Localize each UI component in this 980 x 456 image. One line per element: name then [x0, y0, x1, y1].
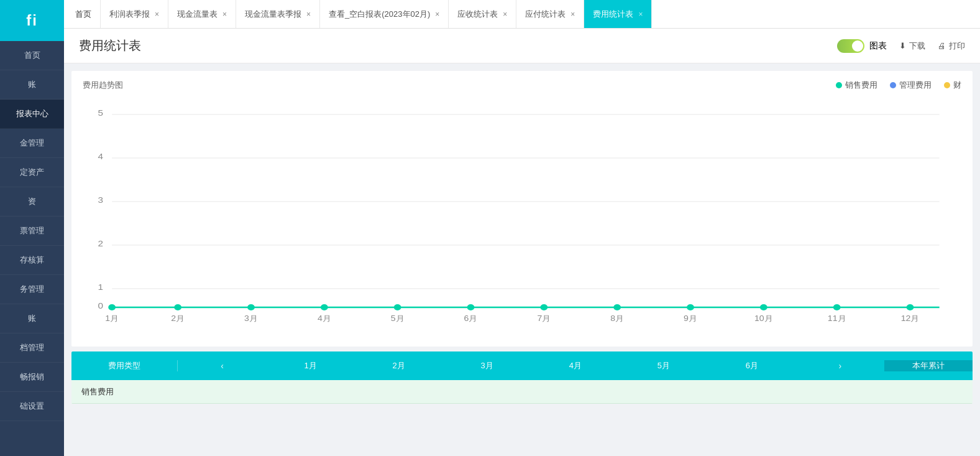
svg-text:2月: 2月: [171, 314, 185, 323]
main-area: 首页 利润表季报 × 现金流量表 × 现金流量表季报 × 查看_空白报表(202…: [64, 0, 980, 456]
sidebar-item-cash[interactable]: 金管理: [0, 129, 64, 158]
legend-dot-admin: [890, 82, 896, 88]
th-label-expense-type: 费用类型: [108, 360, 140, 371]
svg-text:1月: 1月: [105, 314, 119, 323]
sidebar-item-tickets[interactable]: 票管理: [0, 216, 64, 246]
table-section: 费用类型 ‹ 1月 2月 3月 4月 5月: [71, 351, 973, 404]
sidebar-item-home[interactable]: 首页: [0, 41, 64, 70]
th-label-month-6: 6月: [746, 360, 758, 371]
page-actions: 图表 ⬇ 下载 🖨 打印: [837, 39, 965, 53]
tab-close-profit-quarterly[interactable]: ×: [155, 10, 159, 19]
sidebar-item-ledger[interactable]: 账: [0, 304, 64, 333]
svg-text:0: 0: [98, 301, 103, 310]
th-label-month-3: 3月: [481, 360, 493, 371]
th-annual-total: 本年累计: [884, 360, 973, 371]
sidebar-item-settings[interactable]: 础设置: [0, 392, 64, 421]
legend-label-sales: 销售费用: [845, 80, 877, 91]
tab-close-payables[interactable]: ×: [570, 10, 575, 19]
next-month-arrow[interactable]: ›: [839, 361, 842, 371]
download-icon: ⬇: [899, 41, 906, 50]
legend-admin: 管理费用: [890, 80, 932, 91]
svg-point-17: [467, 304, 475, 310]
chart-toggle[interactable]: [837, 39, 864, 53]
legend-dot-finance: [944, 82, 950, 88]
svg-text:3月: 3月: [244, 314, 258, 323]
print-icon: 🖨: [938, 41, 946, 50]
legend-finance: 财: [944, 80, 961, 91]
download-label: 下载: [909, 40, 925, 52]
svg-point-21: [760, 304, 767, 310]
th-label-month-5: 5月: [657, 360, 670, 371]
sidebar-logo: fi: [0, 0, 64, 41]
table-row-sales: 销售费用: [71, 380, 973, 404]
download-button[interactable]: ⬇ 下载: [899, 40, 925, 52]
svg-point-22: [833, 304, 841, 310]
svg-point-20: [687, 304, 694, 310]
tab-close-cashflow-quarterly[interactable]: ×: [306, 10, 311, 19]
svg-text:10月: 10月: [754, 314, 773, 323]
th-next-arrow[interactable]: ›: [796, 361, 884, 371]
prev-month-arrow[interactable]: ‹: [221, 361, 224, 371]
td-sales-m4: [534, 387, 621, 397]
sidebar-item-reports[interactable]: 报表中心: [0, 100, 64, 129]
sidebar-item-expense[interactable]: 畅报销: [0, 363, 64, 392]
svg-text:7月: 7月: [537, 314, 551, 323]
page-title: 费用统计表: [79, 37, 141, 54]
svg-text:1: 1: [98, 282, 103, 292]
svg-text:11月: 11月: [828, 314, 846, 323]
sidebar-item-assets[interactable]: 定资产: [0, 158, 64, 187]
th-month-5: 5月: [620, 360, 708, 371]
th-label-annual-total: 本年累计: [912, 360, 945, 371]
sidebar-item-archive[interactable]: 档管理: [0, 333, 64, 363]
tab-blank-report[interactable]: 查看_空白报表(2023年02月) ×: [320, 0, 449, 28]
sidebar-item-resources[interactable]: 资: [0, 187, 64, 216]
chart-svg: 5 4 3 2 1 0: [83, 97, 961, 335]
sidebar-item-inventory[interactable]: 存核算: [0, 246, 64, 275]
th-month-4: 4月: [531, 360, 620, 371]
svg-text:5: 5: [98, 108, 103, 118]
tab-cashflow-quarterly[interactable]: 现金流量表季报 ×: [236, 0, 320, 28]
tab-bar: 首页 利润表季报 × 现金流量表 × 现金流量表季报 × 查看_空白报表(202…: [64, 0, 980, 29]
sidebar-item-services[interactable]: 务管理: [0, 275, 64, 304]
chart-toggle-label: 图表: [869, 40, 887, 52]
svg-point-16: [394, 304, 401, 310]
chart-toggle-wrap: 图表: [837, 39, 887, 53]
tab-close-receivables[interactable]: ×: [503, 10, 507, 19]
tab-profit-quarterly[interactable]: 利润表季报 ×: [101, 0, 168, 28]
tab-home[interactable]: 首页: [66, 0, 101, 28]
svg-text:3: 3: [98, 195, 103, 205]
svg-point-15: [321, 304, 328, 310]
td-sales-empty: [183, 387, 271, 397]
table-header-row: 费用类型 ‹ 1月 2月 3月 4月 5月: [71, 351, 973, 380]
tab-payables[interactable]: 应付统计表 ×: [516, 0, 584, 28]
td-sales-nav: [797, 387, 885, 397]
th-month-6: 6月: [708, 360, 796, 371]
tab-cashflow[interactable]: 现金流量表 ×: [168, 0, 236, 28]
td-sales-m3: [446, 387, 534, 397]
legend-label-finance: 财: [953, 80, 961, 91]
svg-text:9月: 9月: [684, 314, 697, 323]
svg-text:2: 2: [98, 239, 103, 248]
tab-close-blank-report[interactable]: ×: [435, 10, 439, 19]
th-expense-type: 费用类型: [71, 360, 178, 371]
tab-close-cashflow[interactable]: ×: [222, 10, 227, 19]
chart-container: 费用趋势图 销售费用 管理费用 财: [71, 71, 973, 347]
td-sales-m6: [710, 387, 797, 397]
th-label-month-1: 1月: [304, 360, 316, 371]
print-button[interactable]: 🖨 打印: [938, 40, 965, 52]
svg-point-19: [613, 304, 621, 310]
tab-close-expenses[interactable]: ×: [638, 10, 643, 19]
tab-expenses[interactable]: 费用统计表 ×: [584, 0, 652, 28]
th-prev-arrow[interactable]: ‹: [178, 361, 266, 371]
svg-point-14: [247, 304, 255, 310]
svg-text:6月: 6月: [464, 314, 478, 323]
td-sales-m1: [271, 387, 359, 397]
print-label: 打印: [949, 40, 965, 52]
tab-receivables[interactable]: 应收统计表 ×: [449, 0, 516, 28]
td-sales-annual: [885, 387, 973, 397]
sidebar: fi 首页 账 报表中心 金管理 定资产 资 票管理 存核算 务管理 账 档管理…: [0, 0, 64, 456]
svg-point-23: [907, 304, 914, 310]
chart-header: 费用趋势图 销售费用 管理费用 财: [83, 80, 961, 91]
sidebar-item-account[interactable]: 账: [0, 70, 64, 100]
chart-legend: 销售费用 管理费用 财: [836, 80, 961, 91]
